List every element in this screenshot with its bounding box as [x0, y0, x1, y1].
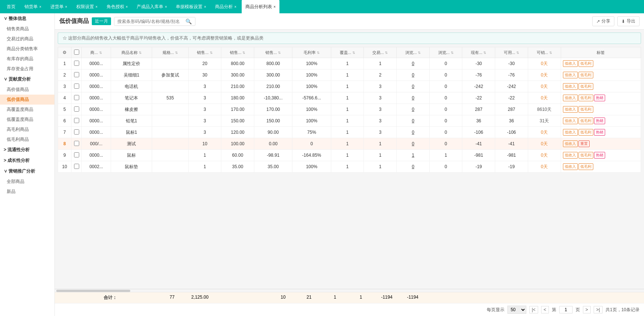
row-check[interactable] — [71, 115, 82, 127]
page-input[interactable] — [559, 306, 573, 313]
share-button[interactable]: ↗ 分享 — [592, 16, 614, 26]
row-available: -19 — [495, 161, 528, 173]
row-check[interactable] — [71, 58, 82, 69]
scrollbar[interactable] — [55, 289, 644, 292]
sidebar-item-high-margin[interactable]: 高毛利商品 — [0, 125, 54, 135]
table-container[interactable]: ⚙ 商... ⇅ 商品名称 ⇅ 规格... ⇅ 销售... ⇅ 销售... ⇅ … — [58, 47, 641, 289]
row-checkbox[interactable] — [74, 129, 79, 135]
next-page-btn[interactable]: > — [583, 306, 591, 313]
row-checkbox[interactable] — [74, 164, 79, 169]
sidebar-group-contribution[interactable]: ∨ 贡献度分析 — [0, 74, 54, 85]
sidebar-item-high-value[interactable]: 高价值商品 — [0, 85, 54, 95]
row-amount: 90.00 — [254, 127, 292, 138]
row-browse1[interactable]: 0 — [397, 138, 430, 150]
main-layout: ∨ 整体信息 销售类商品 交易过的商品 商品分类销售率 有库存的商品 库存资金占… — [0, 13, 644, 316]
nav-auth[interactable]: 权限设置 × — [73, 0, 101, 13]
tag: 低毛利 — [578, 72, 593, 78]
row-check[interactable] — [71, 104, 82, 115]
sidebar-item-low-value[interactable]: 低价值商品 — [0, 95, 54, 105]
row-current: -22 — [462, 92, 495, 104]
row-price: 210.00 — [221, 81, 254, 92]
nav-home[interactable]: 首页 — [3, 0, 19, 13]
row-checkbox[interactable] — [74, 61, 79, 66]
nav-product-in[interactable]: 产成品入库单 × — [133, 0, 171, 13]
row-check[interactable] — [71, 69, 82, 81]
row-browse1[interactable]: 0 — [397, 115, 430, 127]
sidebar-group-overall[interactable]: ∨ 整体信息 — [0, 13, 54, 24]
settings-icon[interactable]: ⚙ — [63, 50, 67, 55]
row-browse1[interactable]: 0 — [397, 127, 430, 138]
row-current: -242 — [462, 81, 495, 92]
nav-product-in-close[interactable]: × — [165, 5, 167, 9]
search-input[interactable] — [117, 19, 184, 24]
row-check[interactable] — [71, 161, 82, 173]
table-row: 8000/...测试10100.000.0001100-41-410天低收入重置 — [58, 138, 641, 150]
total-browse1: 1 — [322, 295, 348, 301]
sidebar-item-has-stock[interactable]: 有库存的商品 — [0, 54, 54, 64]
row-browse1[interactable]: 1 — [397, 150, 430, 161]
nav-purchase[interactable]: 进货单 × — [47, 0, 71, 13]
th-check[interactable] — [71, 47, 82, 58]
nav-analysis-close[interactable]: × — [234, 5, 237, 9]
row-browse1[interactable]: 0 — [397, 58, 430, 69]
row-checkbox[interactable] — [74, 152, 79, 157]
row-checkbox[interactable] — [74, 84, 79, 89]
sidebar-item-stock-fund[interactable]: 库存资金占用 — [0, 64, 54, 74]
sidebar-group-flow[interactable]: > 流通性分析 — [0, 145, 54, 155]
nav-sales-close[interactable]: × — [39, 5, 41, 9]
nav-analysis[interactable]: 商品分析 × — [211, 0, 240, 13]
nav-sales[interactable]: 销货单 × — [21, 0, 45, 13]
row-checkbox[interactable] — [74, 72, 79, 77]
row-browse1[interactable]: 0 — [397, 81, 430, 92]
export-button[interactable]: ⬇ 导出 — [617, 16, 640, 26]
sidebar-item-low-coverage[interactable]: 低覆盖度商品 — [0, 115, 54, 125]
row-checkbox[interactable] — [74, 95, 79, 100]
nav-role-close[interactable]: × — [126, 5, 128, 9]
row-browse1[interactable]: 0 — [397, 104, 430, 115]
row-check[interactable] — [71, 127, 82, 138]
row-check[interactable] — [71, 81, 82, 92]
search-icon[interactable]: 🔍 — [185, 18, 192, 24]
nav-template-close[interactable]: × — [204, 5, 206, 9]
sidebar-item-all-goods[interactable]: 全部商品 — [0, 177, 54, 187]
tag: 低毛利 — [578, 83, 593, 90]
row-check[interactable] — [71, 138, 82, 150]
prev-page-btn[interactable]: < — [541, 306, 549, 313]
row-check[interactable] — [71, 150, 82, 161]
tag: 低收入 — [563, 72, 578, 78]
sidebar-item-category-rate[interactable]: 商品分类销售率 — [0, 44, 54, 54]
sidebar-item-traded[interactable]: 交易过的商品 — [0, 34, 54, 44]
per-page-select[interactable]: 50 100 200 — [507, 306, 526, 314]
first-page-btn[interactable]: |< — [529, 306, 538, 313]
row-checkbox[interactable] — [74, 118, 79, 123]
sidebar-item-sales-goods[interactable]: 销售类商品 — [0, 24, 54, 34]
nav-analysis-list[interactable]: 商品分析列表 × — [242, 0, 279, 13]
row-checkbox[interactable] — [74, 141, 79, 146]
row-browse1[interactable]: 0 — [397, 161, 430, 173]
tag: 热销 — [594, 129, 605, 136]
nav-purchase-close[interactable]: × — [65, 5, 67, 9]
row-transaction: 3 — [364, 92, 397, 104]
row-check[interactable] — [71, 92, 82, 104]
last-page-btn[interactable]: >| — [594, 306, 603, 313]
row-spec: 参加复试 — [152, 69, 188, 81]
row-browse1[interactable]: 0 — [397, 92, 430, 104]
sidebar-item-high-coverage[interactable]: 高覆盖度商品 — [0, 105, 54, 115]
th-settings[interactable]: ⚙ — [58, 47, 71, 58]
nav-analysis-list-close[interactable]: × — [274, 5, 276, 9]
sidebar-item-new-goods[interactable]: 新品 — [0, 187, 54, 197]
nav-auth-close[interactable]: × — [95, 5, 98, 9]
select-all-checkbox[interactable] — [74, 50, 79, 55]
row-transaction: 1 — [364, 58, 397, 69]
date-tag[interactable]: 近一月 — [92, 17, 111, 25]
row-current: -41 — [462, 138, 495, 150]
sidebar-group-marketing[interactable]: ∨ 营销推广分析 — [0, 166, 54, 177]
sidebar-group-growth[interactable]: > 成长性分析 — [0, 155, 54, 166]
row-code: 0000... — [82, 69, 111, 81]
nav-template[interactable]: 单据模板设置 × — [172, 0, 210, 13]
nav-role[interactable]: 角色授权 × — [103, 0, 132, 13]
row-browse1[interactable]: 0 — [397, 69, 430, 81]
sidebar-item-low-margin[interactable]: 低毛利商品 — [0, 135, 54, 145]
tag: 热销 — [594, 95, 605, 101]
row-checkbox[interactable] — [74, 106, 79, 112]
